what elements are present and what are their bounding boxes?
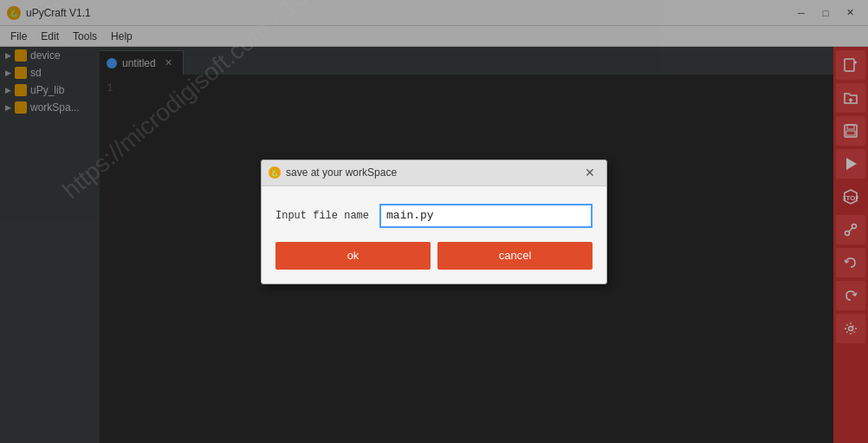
- dialog-app-icon: 🐍: [269, 166, 281, 179]
- dialog-body: Input file name ok cancel: [262, 186, 606, 283]
- dialog-title-left: 🐍 save at your workSpace: [269, 166, 397, 179]
- filename-input[interactable]: [379, 204, 593, 228]
- dialog-field-row: Input file name: [275, 204, 593, 228]
- dialog-close-button[interactable]: ✕: [580, 163, 599, 182]
- dialog-ok-button[interactable]: ok: [275, 242, 431, 270]
- dialog-cancel-button[interactable]: cancel: [437, 242, 593, 270]
- dialog-title-bar: 🐍 save at your workSpace ✕: [262, 160, 606, 186]
- dialog-title-text: save at your workSpace: [286, 166, 397, 179]
- dialog-overlay: 🐍 save at your workSpace ✕ Input file na…: [0, 0, 868, 443]
- dialog-buttons: ok cancel: [275, 242, 593, 270]
- dialog-field-label: Input file name: [275, 210, 369, 222]
- save-dialog: 🐍 save at your workSpace ✕ Input file na…: [261, 160, 607, 284]
